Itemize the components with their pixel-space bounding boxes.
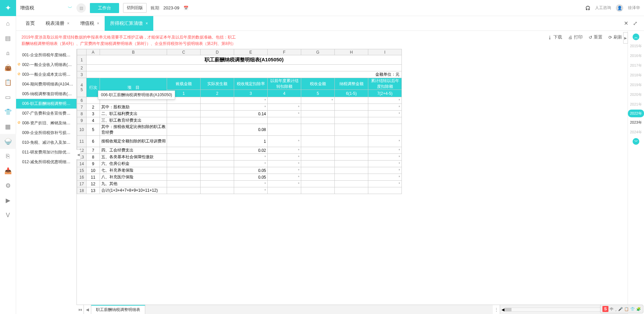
item-cell[interactable]: 五、各类基本社会保障性缴款 [100,154,167,161]
data-cell[interactable] [301,117,335,124]
data-cell[interactable] [167,147,201,154]
data-cell[interactable] [301,161,335,167]
calendar-icon[interactable]: 📅 [183,6,189,10]
data-cell[interactable] [268,117,301,124]
data-cell[interactable] [335,97,368,104]
year-item[interactable]: 2015年 [629,42,643,51]
nav-shirt-icon[interactable]: 👕 [0,105,16,119]
row-num[interactable]: 11 [87,174,100,181]
reset-button[interactable]: ↺重置 [589,34,602,40]
data-cell[interactable] [201,181,234,187]
form-item[interactable]: 007-广告费和业务宣传费跨... [16,109,76,118]
data-cell[interactable]: * [301,97,335,104]
data-cell[interactable] [301,104,335,111]
data-cell[interactable] [167,174,201,181]
data-cell[interactable]: * [368,174,402,181]
print-button[interactable]: 🖨打印 [568,34,583,40]
data-cell[interactable] [335,104,368,111]
data-cell[interactable]: * [234,97,268,104]
form-item[interactable]: 010-免税、减计收入及加计... [16,138,76,147]
data-cell[interactable] [368,117,402,124]
row-num[interactable]: 2 [87,104,100,111]
row-num[interactable]: 5 [87,124,100,136]
data-cell[interactable]: 0.05 [234,174,268,181]
avatar[interactable]: 👤 [616,4,623,12]
data-cell[interactable] [335,117,368,124]
year-down-icon[interactable]: ︾ [633,138,639,145]
data-cell[interactable]: * [368,181,402,187]
data-cell[interactable] [268,97,301,104]
data-cell[interactable]: * [368,104,402,111]
data-cell[interactable]: * [234,154,268,161]
data-cell[interactable] [201,147,234,154]
data-cell[interactable] [301,147,335,154]
nav-card-icon[interactable]: ▭ [0,90,16,105]
data-cell[interactable] [201,97,234,104]
data-cell[interactable]: * [268,111,301,117]
data-cell[interactable] [201,104,234,111]
year-item[interactable]: 2018年 [629,71,643,80]
data-cell[interactable]: * [268,154,301,161]
data-cell[interactable] [167,136,201,147]
workbench-button[interactable]: 工作台 [90,3,119,13]
item-cell[interactable]: 七、补充养老保险 [100,167,167,174]
refresh-button[interactable]: ⟳刷新 [608,34,622,40]
download-button[interactable]: ⭳下载 [548,34,562,40]
data-cell[interactable] [268,187,301,194]
data-cell[interactable] [167,181,201,187]
nav-home-icon[interactable]: ⌂ [0,16,16,31]
data-cell[interactable] [201,161,234,167]
nav-export-icon[interactable]: ⎘ [0,149,16,164]
data-cell[interactable] [167,111,201,117]
close-icon[interactable]: × [97,21,99,26]
nav-chart-icon[interactable]: ⩍ [0,46,16,60]
data-cell[interactable] [234,117,268,124]
row-num[interactable]: 8 [87,154,100,161]
nav-play-icon[interactable]: ▶ [0,193,16,208]
nav-grid-icon[interactable]: ▦ [0,119,16,134]
year-item[interactable]: 2017年 [629,61,643,70]
data-cell[interactable]: * [368,147,402,154]
data-cell[interactable]: * [234,104,268,111]
data-cell[interactable] [301,181,335,187]
switch-old-button[interactable]: 切到旧版 [123,3,147,13]
ime-clip-icon[interactable]: 📋 [624,307,629,311]
item-cell[interactable]: 其中：按税收规定比例扣除的职工教育经费 [100,124,167,136]
item-cell[interactable]: 六、住房公积金 [100,161,167,167]
year-item[interactable]: 2023年 [629,118,643,127]
sheet-prev-icon[interactable]: ◀ [84,305,91,314]
scroll-left-icon[interactable]: ◀ [501,307,504,312]
row-num[interactable]: 9 [87,161,100,167]
data-cell[interactable] [167,161,201,167]
form-item[interactable]: ⊘002-一般企业收入明细表(A... [16,60,76,70]
data-cell[interactable] [335,174,368,181]
data-cell[interactable] [368,187,402,194]
ime-item[interactable]: ˏ [615,307,617,311]
item-cell[interactable]: 八、补充医疗保险 [100,174,167,181]
data-cell[interactable] [335,167,368,174]
data-cell[interactable] [335,136,368,147]
item-cell[interactable]: 按税收规定全额扣除的职工培训费用 [100,136,167,147]
right-expand-handle[interactable]: ▶ [623,32,628,44]
data-cell[interactable] [335,181,368,187]
data-cell[interactable] [201,167,234,174]
data-cell[interactable] [167,124,201,136]
data-cell[interactable]: 0.02 [234,147,268,154]
item-cell[interactable]: 九、其他 [100,181,167,187]
data-cell[interactable]: * [268,104,301,111]
data-cell[interactable] [201,124,234,136]
item-cell[interactable]: 二、职工福利费支出 [100,111,167,117]
data-cell[interactable] [268,124,301,136]
data-cell[interactable]: * [234,181,268,187]
data-cell[interactable] [335,154,368,161]
form-item[interactable]: ⊘003-一般企业成本支出明细... [16,70,76,79]
tax-type-select[interactable]: 增值税 ﹀ [20,5,72,11]
data-cell[interactable] [201,136,234,147]
form-item[interactable]: 011-研发费用加计扣除优惠... [16,147,76,157]
tab-所得税汇算清缴[interactable]: 所得税汇算清缴× [105,16,153,31]
spreadsheet[interactable]: ABCDEFGHI1职工薪酬纳税调整明细表(A105050)23金额单位：元45… [76,49,628,305]
data-cell[interactable] [335,124,368,136]
collapse-handle[interactable]: ◀ [76,149,81,160]
data-cell[interactable] [301,167,335,174]
data-cell[interactable]: * [268,181,301,187]
